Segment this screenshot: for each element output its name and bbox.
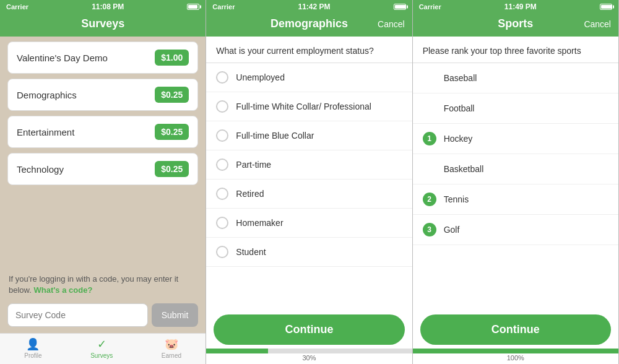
tab-profile[interactable]: 👤 Profile — [24, 337, 41, 359]
profile-icon: 👤 — [26, 337, 40, 351]
rank-placeholder-football — [423, 102, 436, 115]
option-student: Student — [236, 247, 266, 257]
progress-fill-2 — [206, 349, 268, 353]
survey-name-3: Technology — [17, 164, 64, 175]
survey-name-1: Demographics — [17, 90, 77, 100]
tab-earned-label: Earned — [162, 352, 181, 359]
time-2: 11:42 PM — [298, 2, 331, 11]
tab-earned[interactable]: 🐷 Earned — [162, 337, 181, 359]
survey-item-3[interactable]: Technology $0.25 — [7, 153, 198, 185]
rank-placeholder-basketball — [423, 162, 436, 176]
carrier-2: Carrier — [212, 3, 235, 11]
demographics-continue[interactable]: Continue — [214, 314, 404, 345]
carrier-1: Carrier — [6, 3, 28, 11]
progress-label-3: 100% — [413, 353, 618, 364]
sports-question: Please rank your top three favorite spor… — [413, 37, 618, 63]
surveys-title: Surveys — [81, 17, 124, 30]
radio-student[interactable]: Student — [206, 238, 412, 267]
demographics-question: What is your current employment status? — [206, 37, 412, 63]
code-section: If you're logging in with a code, you ma… — [0, 269, 206, 300]
sports-continue[interactable]: Continue — [420, 314, 611, 345]
tab-profile-label: Profile — [24, 352, 41, 359]
sports-hockey[interactable]: 1 Hockey — [413, 124, 618, 154]
surveys-list: Valentine's Day Demo $1.00 Demographics … — [0, 37, 206, 269]
survey-price-3: $0.25 — [155, 161, 189, 177]
sports-baseball[interactable]: Baseball — [413, 63, 618, 93]
sports-list: Baseball Football 1 Hockey Basketball 2 … — [413, 63, 618, 310]
demographics-header: Demographics Cancel — [206, 14, 412, 37]
sports-tennis[interactable]: 2 Tennis — [413, 184, 618, 215]
sports-golf[interactable]: 3 Golf — [413, 215, 618, 245]
option-parttime: Part-time — [236, 160, 271, 170]
survey-item-0[interactable]: Valentine's Day Demo $1.00 — [7, 41, 198, 74]
rank-badge-hockey: 1 — [423, 132, 436, 145]
tab-surveys-label: Surveys — [90, 352, 113, 359]
sport-name-golf: Golf — [444, 225, 460, 235]
survey-item-2[interactable]: Entertainment $0.25 — [7, 116, 198, 148]
progress-bar-2 — [206, 349, 412, 353]
surveys-header: Surveys — [0, 14, 206, 37]
sports-screen: Carrier 11:49 PM Sports Cancel Please ra… — [413, 0, 619, 364]
radio-circle-4 — [216, 188, 228, 200]
survey-price-0: $1.00 — [155, 50, 189, 66]
battery-1 — [187, 4, 199, 10]
tab-bar: 👤 Profile ✓ Surveys 🐷 Earned — [0, 333, 206, 364]
sport-name-hockey: Hockey — [444, 134, 473, 144]
survey-name-2: Entertainment — [17, 127, 74, 137]
earned-icon: 🐷 — [165, 337, 178, 351]
tab-surveys[interactable]: ✓ Surveys — [90, 337, 113, 359]
sports-cancel[interactable]: Cancel — [584, 19, 611, 29]
sports-basketball[interactable]: Basketball — [413, 154, 618, 184]
sport-name-football: Football — [444, 103, 475, 113]
status-bar-2: Carrier 11:42 PM — [206, 0, 412, 14]
demographics-screen: Carrier 11:42 PM Demographics Cancel Wha… — [206, 0, 412, 364]
whats-code-link[interactable]: What's a code? — [34, 285, 93, 295]
sport-name-baseball: Baseball — [444, 73, 477, 83]
radio-circle-3 — [216, 158, 228, 171]
progress-bar-3 — [413, 349, 618, 353]
survey-item-1[interactable]: Demographics $0.25 — [7, 79, 198, 111]
radio-circle-0 — [216, 71, 228, 84]
radio-homemaker[interactable]: Homemaker — [206, 209, 412, 238]
rank-badge-golf: 3 — [423, 223, 436, 236]
option-homemaker: Homemaker — [236, 218, 283, 228]
option-retired: Retired — [236, 189, 264, 199]
sport-name-tennis: Tennis — [444, 194, 469, 204]
radio-circle-1 — [216, 100, 228, 113]
surveys-icon: ✓ — [97, 337, 106, 351]
code-input-row: Submit — [0, 300, 206, 333]
rank-placeholder-baseball — [423, 71, 436, 85]
demographics-title: Demographics — [271, 17, 348, 30]
sports-header: Sports Cancel — [413, 14, 618, 37]
survey-price-1: $0.25 — [155, 87, 189, 103]
radio-retired[interactable]: Retired — [206, 180, 412, 209]
battery-3 — [600, 4, 612, 10]
rank-badge-tennis: 2 — [423, 193, 436, 206]
option-fulltime-white: Full-time White Collar/ Professional — [236, 102, 371, 111]
option-fulltime-blue: Full-time Blue Collar — [236, 131, 314, 141]
survey-price-2: $0.25 — [155, 124, 189, 140]
radio-fulltime-white[interactable]: Full-time White Collar/ Professional — [206, 92, 412, 121]
carrier-3: Carrier — [419, 3, 441, 11]
demographics-cancel[interactable]: Cancel — [378, 19, 405, 29]
time-3: 11:49 PM — [504, 2, 537, 11]
radio-unemployed[interactable]: Unemployed — [206, 63, 412, 92]
option-unemployed: Unemployed — [236, 72, 285, 82]
surveys-screen: Carrier 11:08 PM Surveys Valentine's Day… — [0, 0, 206, 364]
submit-button[interactable]: Submit — [152, 303, 199, 327]
progress-label-2: 30% — [206, 353, 412, 364]
sports-football[interactable]: Football — [413, 93, 618, 124]
radio-circle-2 — [216, 129, 228, 142]
survey-code-input[interactable] — [7, 303, 148, 327]
status-bar-3: Carrier 11:49 PM — [413, 0, 618, 14]
survey-name-0: Valentine's Day Demo — [17, 53, 108, 63]
radio-parttime[interactable]: Part-time — [206, 150, 412, 180]
battery-2 — [394, 4, 406, 10]
radio-circle-5 — [216, 217, 228, 229]
status-bar-1: Carrier 11:08 PM — [0, 0, 206, 14]
radio-fulltime-blue[interactable]: Full-time Blue Collar — [206, 121, 412, 150]
progress-fill-3 — [413, 349, 618, 353]
radio-circle-6 — [216, 246, 228, 258]
sports-title: Sports — [498, 17, 533, 30]
employment-options: Unemployed Full-time White Collar/ Profe… — [206, 63, 412, 310]
